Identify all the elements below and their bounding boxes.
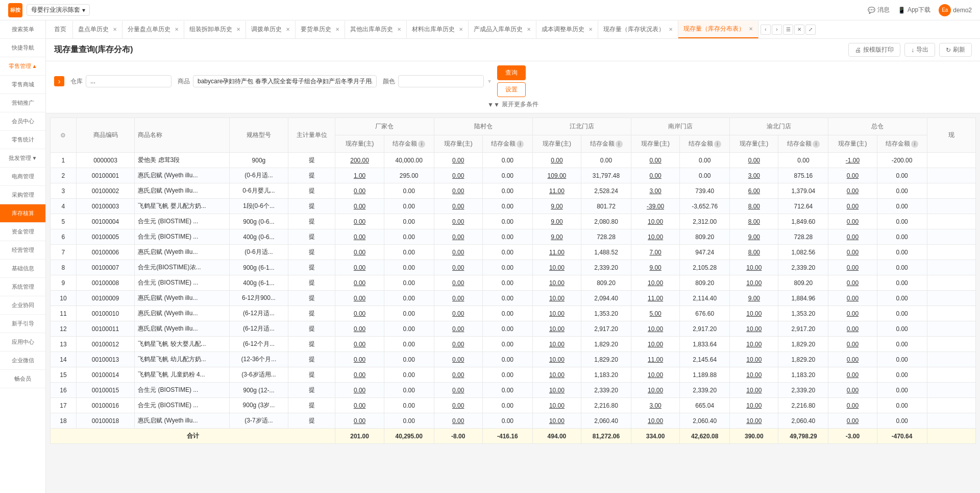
info-icon[interactable]: i [418, 140, 425, 148]
sidebar-item-retail-stats[interactable]: 零售统计 [0, 131, 45, 149]
table-cell[interactable]: 0.00 [828, 229, 877, 245]
sidebar-item-guide[interactable]: 新手引导 [0, 315, 45, 333]
tab-stock-dist[interactable]: 现存量（库存分布表） ✕ [678, 21, 758, 38]
table-cell[interactable]: 10.00 [730, 398, 778, 413]
table-cell[interactable]: 10.00 [730, 367, 778, 383]
tab-close-icon[interactable]: ✕ [236, 27, 240, 32]
table-cell[interactable]: 10.00 [532, 383, 581, 398]
table-cell[interactable]: 0.00 [828, 183, 877, 199]
tab-restore-btn[interactable]: ⤢ [805, 25, 816, 35]
tab-home[interactable]: 首页 [48, 21, 73, 38]
table-cell[interactable]: 0.00 [828, 337, 877, 352]
tab-cost-adjust[interactable]: 成本调整单历史 ✕ [536, 21, 598, 38]
tab-close-icon[interactable]: ✕ [669, 27, 673, 32]
table-cell[interactable]: 0.00 [828, 383, 877, 398]
table-cell[interactable]: 0.00 [828, 413, 877, 429]
sidebar-item-members2[interactable]: 畅会员 [0, 370, 45, 388]
tab-close-icon[interactable]: ✕ [335, 27, 339, 32]
table-cell[interactable]: 8.00 [730, 214, 778, 229]
tab-menu-btn[interactable]: ☰ [783, 25, 793, 35]
table-cell[interactable]: 0.00 [828, 321, 877, 337]
sidebar-item-ecommerce[interactable]: 电商管理 [0, 168, 45, 186]
table-cell[interactable]: 0.00 [828, 275, 877, 291]
tab-material-out[interactable]: 材料出库单历史 ✕ [407, 21, 469, 38]
info-icon[interactable]: i [517, 140, 524, 148]
table-cell[interactable]: 9.00 [730, 229, 778, 245]
tab-split-inventory[interactable]: 分量盘点单历史 ✕ [122, 21, 184, 38]
table-cell[interactable]: 0.00 [828, 306, 877, 321]
table-cell[interactable]: 0.00 [730, 153, 778, 168]
print-btn[interactable]: 🖨 按模版打印 [848, 43, 900, 57]
sidebar-item-marketing[interactable]: 营销推广 [0, 94, 45, 112]
table-cell[interactable]: 11.00 [631, 291, 679, 306]
table-cell[interactable]: 9.00 [532, 229, 581, 245]
table-cell[interactable]: 0.00 [434, 291, 482, 306]
table-cell[interactable]: 0.00 [828, 291, 877, 306]
table-cell[interactable]: 0.00 [434, 306, 482, 321]
table-cell[interactable]: 0.00 [434, 245, 482, 260]
table-cell[interactable]: 3.00 [631, 183, 679, 199]
info-icon[interactable]: i [813, 140, 820, 148]
tab-prev-btn[interactable]: ‹ [761, 25, 771, 35]
table-cell[interactable]: 10.00 [730, 275, 778, 291]
tab-close-icon[interactable]: ✕ [749, 26, 753, 32]
table-cell[interactable]: 0.00 [434, 229, 482, 245]
tab-close-icon[interactable]: ✕ [286, 27, 290, 32]
table-cell[interactable]: 0.00 [434, 275, 482, 291]
sidebar-item-app-center[interactable]: 应用中心 [0, 333, 45, 351]
table-cell[interactable]: 10.00 [532, 398, 581, 413]
table-cell[interactable]: 10.00 [730, 383, 778, 398]
table-cell[interactable]: 11.00 [532, 183, 581, 199]
search-btn[interactable]: 查询 [497, 65, 526, 80]
table-cell[interactable]: 10.00 [730, 352, 778, 367]
table-cell[interactable]: 0.00 [434, 214, 482, 229]
table-cell[interactable]: 10.00 [532, 367, 581, 383]
table-cell[interactable]: 9.00 [631, 260, 679, 275]
table-cell[interactable]: 0.00 [335, 291, 384, 306]
table-cell[interactable]: 109.00 [532, 168, 581, 183]
table-cell[interactable]: 10.00 [631, 321, 679, 337]
sidebar-item-finance[interactable]: 资金管理 [0, 223, 45, 241]
table-cell[interactable]: 10.00 [631, 214, 679, 229]
table-cell[interactable]: 10.00 [631, 229, 679, 245]
tab-stock-status[interactable]: 现存量（库存状况表） ✕ [598, 21, 678, 38]
sidebar-item-quick-nav[interactable]: 快捷导航 [0, 39, 45, 57]
tab-other-out[interactable]: 其他出库单历史 ✕ [345, 21, 407, 38]
table-cell[interactable]: 0.00 [434, 199, 482, 214]
app-download-btn[interactable]: 📱 App下载 [898, 6, 930, 14]
sidebar-item-retail-mall[interactable]: 零售商城 [0, 76, 45, 94]
sidebar-item-operations[interactable]: 经营管理 [0, 241, 45, 260]
tab-close-icon[interactable]: ✕ [527, 27, 531, 32]
table-cell[interactable]: 0.00 [828, 168, 877, 183]
table-cell[interactable]: 10.00 [532, 260, 581, 275]
tab-assembly[interactable]: 组装拆卸单历史 ✕ [184, 21, 246, 38]
table-cell[interactable]: 0.00 [532, 153, 581, 168]
table-cell[interactable]: 0.00 [335, 337, 384, 352]
tab-close-icon[interactable]: ✕ [113, 27, 117, 32]
table-cell[interactable]: 10.00 [730, 413, 778, 429]
table-cell[interactable]: 0.00 [828, 398, 877, 413]
table-cell[interactable]: 6.00 [730, 183, 778, 199]
sidebar-item-purchase[interactable]: 采购管理 [0, 186, 45, 204]
table-cell[interactable]: 10.00 [631, 413, 679, 429]
table-cell[interactable]: 9.00 [532, 199, 581, 214]
table-cell[interactable]: 10.00 [532, 306, 581, 321]
tab-inventory-check[interactable]: 盘点单历史 ✕ [73, 21, 122, 38]
tab-close-icon[interactable]: ✕ [459, 27, 463, 32]
table-container[interactable]: ⚙ 商品编码 商品名称 规格型号 主计量单位 厂家仓 陆村仓 江北门店 南岸门店… [46, 113, 980, 493]
sidebar-item-inventory[interactable]: 库存核算 [0, 204, 45, 223]
sidebar-item-system[interactable]: 系统管理 [0, 278, 45, 296]
info-icon[interactable]: i [714, 140, 721, 148]
table-cell[interactable]: -1.00 [828, 153, 877, 168]
tab-next-btn[interactable]: › [772, 25, 782, 35]
table-cell[interactable]: 0.00 [335, 183, 384, 199]
sidebar-item-wholesale[interactable]: 批发管理 ▼ [0, 149, 45, 168]
table-cell[interactable]: 0.00 [335, 275, 384, 291]
table-cell[interactable]: 9.00 [532, 214, 581, 229]
table-cell[interactable]: 0.00 [828, 245, 877, 260]
table-cell[interactable]: 0.00 [828, 199, 877, 214]
tab-close-all-btn[interactable]: ✕ [794, 25, 804, 35]
table-cell[interactable]: 0.00 [335, 413, 384, 429]
gear-icon[interactable]: ⚙ [60, 132, 66, 139]
table-cell[interactable]: 0.00 [335, 367, 384, 383]
